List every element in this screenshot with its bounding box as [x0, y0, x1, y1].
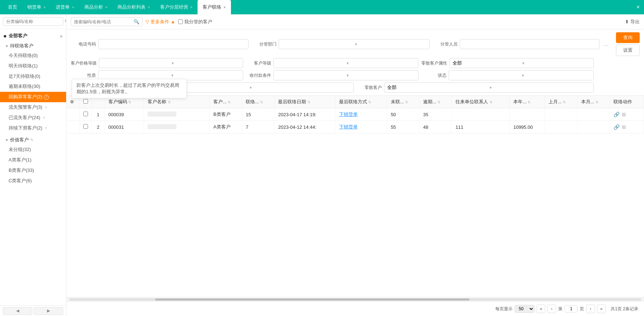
nav-item-customer-contact[interactable]: 客户联络 × — [198, 0, 231, 14]
status-select[interactable]: ▼ — [449, 70, 594, 80]
row-checkbox-2[interactable] — [83, 124, 88, 129]
td-this-month-1 — [577, 108, 610, 121]
td-this-year-1 — [510, 108, 545, 121]
tooltip-box: 距客户上次交易时长，超过了此客户的平均交易周期的1.5倍，则视为异常。 — [72, 79, 187, 98]
manager-input[interactable] — [460, 39, 599, 49]
export-btn[interactable]: ⬆ 导出 — [625, 19, 640, 25]
nav-item-home[interactable]: 首页 — [3, 0, 22, 14]
nav-item-purchase[interactable]: 进货单 × — [51, 0, 79, 14]
sidebar-all-customers[interactable]: ■ 全部客户 » — [0, 30, 66, 41]
grid-icon-1[interactable]: ⊞ — [622, 112, 626, 117]
th-last-method[interactable]: 最后联络方式 ⇅ — [335, 96, 387, 108]
td-checkbox-2[interactable] — [79, 121, 92, 133]
sidebar-collapse-icon[interactable]: » — [60, 33, 62, 39]
horizontal-scrollbar[interactable] — [66, 297, 644, 301]
help-icon-1[interactable]: ? — [44, 95, 49, 100]
my-customers-checkbox[interactable]: 我分管的客户 — [178, 19, 212, 25]
th-contact2[interactable]: 往来单位联系人 ⇅ — [452, 96, 510, 108]
sidebar-bottom-right[interactable]: ▶ — [34, 307, 63, 315]
more-conditions-btn[interactable]: ▽ 更多条件 ▲ — [145, 19, 175, 25]
customer-grade-select[interactable]: ▼ — [273, 58, 418, 68]
link-icon-2[interactable]: 🔗 — [613, 124, 620, 130]
retail-attr-select[interactable]: 全部 ▼ — [449, 58, 594, 68]
sidebar-item-repurchase-abnormal[interactable]: 回购异常客户(2) ? — [0, 92, 66, 102]
last-page-btn[interactable]: » — [597, 305, 606, 313]
set-button[interactable]: 设置 — [616, 44, 640, 56]
sidebar-item-7days[interactable]: 近7天待联络(0) — [0, 71, 66, 82]
price-grade-select[interactable]: ▼ — [99, 58, 243, 68]
td-name-1 — [144, 108, 210, 121]
sidebar-item-ungroup[interactable]: 未分组(32) — [0, 145, 66, 155]
sidebar-item-tomorrow[interactable]: 明天待联络(1) — [0, 61, 66, 71]
help-icon-3[interactable]: ? — [43, 116, 45, 120]
nav-item-analysis-list[interactable]: 商品分析列表 × — [112, 0, 155, 14]
sidebar-section-pending[interactable]: ▼ 待联络客户 — [0, 41, 66, 51]
sidebar-section-value[interactable]: ▼ 价值客户 ✎ — [0, 135, 66, 145]
td-checkbox-1[interactable] — [79, 108, 92, 121]
page-size-select[interactable]: 50 20 100 — [515, 305, 534, 313]
th-last-date[interactable]: 最后联络日期 ⇅ — [274, 96, 335, 108]
sidebar-item-churned[interactable]: 已流失客户(24) ? — [0, 113, 66, 123]
my-customers-check[interactable] — [178, 19, 183, 24]
table-row: 2 000031 A类客户 7 — [66, 121, 644, 133]
window-close-button[interactable]: × — [636, 4, 640, 10]
sidebar-item-c-class[interactable]: C类客户(6) — [0, 176, 66, 186]
phone-input[interactable] — [98, 39, 249, 49]
th-unread[interactable]: 未联... ⇅ — [387, 96, 419, 108]
search-icon[interactable]: 🔍 — [134, 19, 139, 24]
sidebar-item-today[interactable]: 今天待联络(0) — [0, 51, 66, 61]
dept-select[interactable]: ▼ — [279, 39, 429, 49]
first-page-btn[interactable]: « — [537, 305, 545, 313]
sort-icon-last-method: ⇅ — [368, 100, 371, 104]
nav-close-sales[interactable]: × — [43, 5, 46, 9]
sidebar-item-b-class[interactable]: B类客户(33) — [0, 165, 66, 176]
help-icon-2[interactable]: ? — [45, 106, 47, 109]
nav-item-customer-tier[interactable]: 客户分层经营 × — [155, 0, 198, 14]
filter-action-buttons: 查询 设置 — [616, 32, 640, 56]
edit-icon[interactable]: ✎ — [30, 138, 33, 142]
chevron-down-icon-6: ▼ — [346, 74, 415, 77]
td-last-method-2[interactable]: 下销货单 — [335, 121, 387, 133]
pagination-bar: 每页显示 50 20 100 « ‹ 第 页 › » 共1页 2条记录 — [66, 301, 644, 316]
nav-close-purchase[interactable]: × — [72, 5, 74, 9]
th-contact[interactable]: 联络... ⇅ — [242, 96, 274, 108]
retail-customer-select[interactable]: 全部 ▼ — [384, 82, 594, 93]
scrollbar-thumb[interactable] — [155, 298, 470, 301]
sidebar-item-churn-warning[interactable]: 流失预警客户(3) ? — [0, 102, 66, 113]
sidebar-item-declining[interactable]: 持续下滑客户(2) ? — [0, 123, 66, 133]
th-overdue[interactable]: 逾期... ⇅ — [420, 96, 452, 108]
nav-close-analysis-list[interactable]: × — [148, 5, 150, 9]
category-search-input[interactable] — [3, 17, 63, 26]
manager-more-icon[interactable]: … — [602, 41, 610, 47]
th-this-month[interactable]: 本月... ⇅ — [577, 96, 610, 108]
sort-icon-last-date: ⇅ — [307, 100, 310, 104]
sidebar-item-a-class[interactable]: A类客户(1) — [0, 155, 66, 165]
prev-page-btn[interactable]: ‹ — [547, 305, 556, 313]
customer-search-input[interactable] — [74, 19, 132, 24]
page-input[interactable] — [565, 305, 578, 312]
sidebar-bottom-left[interactable]: ◀ — [3, 307, 32, 315]
chevron-down-icon-7: ▼ — [521, 74, 590, 77]
nav-close-customer-tier[interactable]: × — [190, 5, 193, 9]
nav-item-sales[interactable]: 销货单 × — [22, 0, 51, 14]
grid-icon-2[interactable]: ⊞ — [622, 124, 626, 130]
chevron-down-icon-8: ▼ — [249, 86, 351, 90]
action-icons-2: 🔗 ⊞ — [613, 124, 640, 130]
nav-close-customer-contact[interactable]: × — [223, 5, 226, 9]
th-this-year[interactable]: 本年... ⇅ — [510, 96, 545, 108]
table-area[interactable]: ⚙ 客户编码 ⇅ 客户名称 ⇅ — [66, 96, 644, 297]
help-icon-4[interactable]: ? — [45, 127, 47, 130]
link-icon-1[interactable]: 🔗 — [613, 112, 620, 117]
sidebar-item-overdue[interactable]: 逾期未联络(30) — [0, 81, 66, 92]
td-num-1: 1 — [92, 108, 105, 121]
payment-select[interactable]: ▼ — [273, 70, 418, 80]
query-button[interactable]: 查询 — [616, 32, 640, 43]
next-page-btn[interactable]: › — [586, 305, 595, 313]
th-last-month[interactable]: 上月... ⇅ — [545, 96, 577, 108]
nav-close-analysis[interactable]: × — [105, 5, 107, 9]
th-type[interactable]: 客户... ⇅ — [210, 96, 242, 108]
td-last-method-1[interactable]: 下销货单 — [335, 108, 387, 121]
select-all-checkbox[interactable] — [83, 99, 88, 104]
row-checkbox-1[interactable] — [83, 112, 88, 116]
nav-item-analysis[interactable]: 商品分析 × — [79, 0, 112, 14]
